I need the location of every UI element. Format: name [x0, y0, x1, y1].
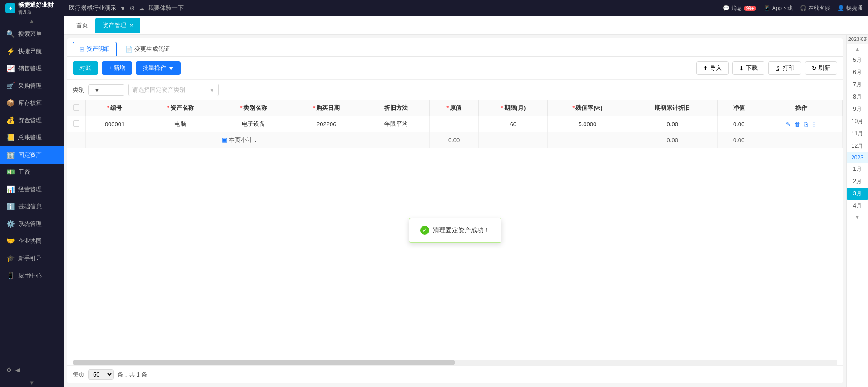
col-net-value: 净值 [718, 100, 760, 116]
edit-icon[interactable]: ✎ [786, 121, 791, 128]
sidebar-item-系统管理[interactable]: ⚙️系统管理 [0, 215, 64, 233]
col-initial-dep: 期初累计折旧 [627, 100, 718, 116]
reconcile-button[interactable]: 对账 [73, 61, 98, 75]
category-filter[interactable]: ▼ [88, 84, 124, 96]
delete-icon[interactable]: 🗑 [794, 121, 800, 128]
sidebar-item-企业协同[interactable]: 🤝企业协同 [0, 233, 64, 250]
calendar-month-item[interactable]: 10月 [847, 115, 868, 128]
settings-gear-icon[interactable]: ⚙ [129, 5, 135, 12]
online-service-button[interactable]: 🎧 在线客服 [800, 5, 830, 12]
table-container: *编号 *资产名称 *类别名称 *购买日期 折旧方法 *原值 *期限(月) *残… [67, 100, 843, 360]
sidebar-icon: ℹ️ [6, 203, 15, 211]
sidebar-item-快捷导航[interactable]: ⚡快捷导航 [0, 43, 64, 60]
row-purchase-date: 202206 [290, 116, 363, 132]
sidebar-icon: 📱 [6, 272, 15, 280]
footer-collapse-icon[interactable]: ◀ [15, 367, 20, 373]
calendar-expand-icon[interactable]: ⇔ [858, 35, 862, 41]
sidebar-item-销售管理[interactable]: 📈销售管理 [0, 60, 64, 77]
row-category: 电子设备 [217, 116, 290, 132]
download-button[interactable]: ⬇ 下载 [732, 61, 764, 75]
sidebar-icon: 🎓 [6, 254, 15, 263]
calendar-close-icon[interactable]: × [864, 35, 867, 41]
sidebar-icon: 💰 [6, 116, 15, 124]
sub-tab-change-voucher[interactable]: 📄 变更生成凭证 [119, 42, 177, 56]
success-toast: ✓ 清理固定资产成功！ [409, 218, 501, 243]
sidebar-icon: 📒 [6, 134, 15, 142]
toolbar-right: ⬆ 导入 ⬇ 下载 🖨 打印 ↻ 刷新 [696, 61, 837, 75]
sidebar-item-采购管理[interactable]: 🛒采购管理 [0, 77, 64, 94]
company-chevron[interactable]: ▼ [120, 5, 126, 12]
sidebar-label: 应用中心 [18, 272, 42, 280]
avatar-icon: 👤 [838, 5, 844, 11]
calendar-scroll-down[interactable]: ▼ [847, 212, 868, 222]
calendar-month-item[interactable]: 3月 [847, 188, 868, 200]
row-checkbox[interactable] [73, 120, 79, 127]
row-original-value [429, 116, 478, 132]
copy-icon[interactable]: ⎘ [804, 121, 808, 128]
main-panel: ⊞ 资产明细 📄 变更生成凭证 对账 + 新增 批量操作 ▼ [67, 38, 843, 383]
sidebar-item-资金管理[interactable]: 💰资金管理 [0, 112, 64, 129]
message-label: 消息 [731, 5, 742, 12]
batch-chevron-icon: ▼ [168, 65, 174, 72]
select-all-header[interactable] [67, 100, 85, 116]
row-checkbox-cell[interactable] [67, 116, 85, 132]
service-icon: 🎧 [800, 5, 807, 11]
sidebar-scroll-down[interactable]: ▼ [0, 378, 64, 387]
row-depreciation: 年限平均 [363, 116, 429, 132]
scrollbar-thumb[interactable] [73, 360, 455, 365]
download-icon2: ⬇ [739, 65, 744, 72]
sidebar-item-固定资产[interactable]: 🏢固定资产 [0, 146, 64, 164]
calendar-month-item[interactable]: 12月 [847, 140, 868, 152]
calendar-month-item[interactable]: 5月 [847, 54, 868, 66]
subtotal-initial-dep: 0.00 [627, 132, 718, 148]
table-header-row: *编号 *资产名称 *类别名称 *购买日期 折旧方法 *原值 *期限(月) *残… [67, 100, 843, 116]
sidebar-item-经营管理[interactable]: 📊经营管理 [0, 181, 64, 198]
experience-text[interactable]: 我要体验一下 [148, 4, 184, 12]
username: 畅捷通 [846, 5, 863, 12]
new-button[interactable]: + 新增 [102, 61, 132, 75]
calendar-month-item[interactable]: 4月 [847, 200, 868, 212]
footer-settings-icon[interactable]: ⚙ [6, 367, 12, 373]
sidebar-item-搜索菜单[interactable]: 🔍搜索菜单 [0, 25, 64, 43]
app-download-button[interactable]: 📱 App下载 [764, 5, 793, 12]
calendar-scroll-up[interactable]: ▲ [847, 44, 868, 54]
top-bar: ✦ 畅捷通好业财 普及版 医疗器械行业演示 ▼ ⚙ ☁ 我要体验一下 💬 消息 … [0, 0, 868, 16]
sidebar-icon: 📊 [6, 185, 15, 194]
tab-close-icon[interactable]: × [130, 22, 134, 29]
sidebar-item-库存核算[interactable]: 📦库存核算 [0, 94, 64, 112]
sidebar-item-基础信息[interactable]: ℹ️基础信息 [0, 198, 64, 215]
select-all-checkbox[interactable] [73, 104, 79, 111]
calendar-month-item[interactable]: 8月 [847, 91, 868, 103]
calendar-month-item[interactable]: 6月 [847, 66, 868, 79]
calendar-month-item[interactable]: 2月 [847, 175, 868, 188]
company-selector[interactable]: 医疗器械行业演示 ▼ ⚙ ☁ 我要体验一下 [69, 4, 723, 12]
tab-home[interactable]: 首页 [69, 18, 95, 33]
user-avatar[interactable]: 👤 畅捷通 [838, 5, 863, 12]
print-button[interactable]: 🖨 打印 [768, 61, 801, 75]
calendar-month-item[interactable]: 11月 [847, 128, 868, 140]
per-page-select[interactable]: 50 100 [88, 369, 114, 380]
sub-tab-asset-detail[interactable]: ⊞ 资产明细 [73, 42, 117, 56]
batch-ops-button[interactable]: 批量操作 ▼ [136, 61, 181, 75]
sidebar-item-工资[interactable]: 💵工资 [0, 164, 64, 181]
import-button[interactable]: ⬆ 导入 [696, 61, 729, 75]
app-logo: ✦ 畅捷通好业财 普及版 [5, 1, 69, 15]
message-button[interactable]: 💬 消息 99+ [723, 5, 756, 12]
sidebar-item-总账管理[interactable]: 📒总账管理 [0, 129, 64, 146]
success-check-icon: ✓ [420, 226, 429, 235]
refresh-button[interactable]: ↻ 刷新 [805, 61, 837, 75]
sidebar-scroll-up[interactable]: ▲ [0, 16, 64, 25]
download-icon: 📱 [764, 5, 770, 11]
more-icon[interactable]: ⋮ [811, 121, 817, 128]
tab-asset-management[interactable]: 资产管理 × [95, 18, 140, 33]
calendar-year-label: 2023 [847, 152, 868, 163]
calendar-month-item[interactable]: 1月 [847, 163, 868, 175]
per-page-label: 每页 [73, 371, 84, 379]
sidebar-item-新手引导[interactable]: 🎓新手引导 [0, 250, 64, 267]
horizontal-scrollbar[interactable] [73, 360, 837, 365]
table-row: 000001 电脑 电子设备 202206 年限平均 60 5.0000 0.0… [67, 116, 843, 132]
calendar-month-item[interactable]: 9月 [847, 103, 868, 115]
sidebar-item-应用中心[interactable]: 📱应用中心 [0, 267, 64, 284]
calendar-month-item[interactable]: 7月 [847, 79, 868, 91]
asset-category-input[interactable]: 请选择固定资产类别 ▼ [128, 84, 219, 96]
